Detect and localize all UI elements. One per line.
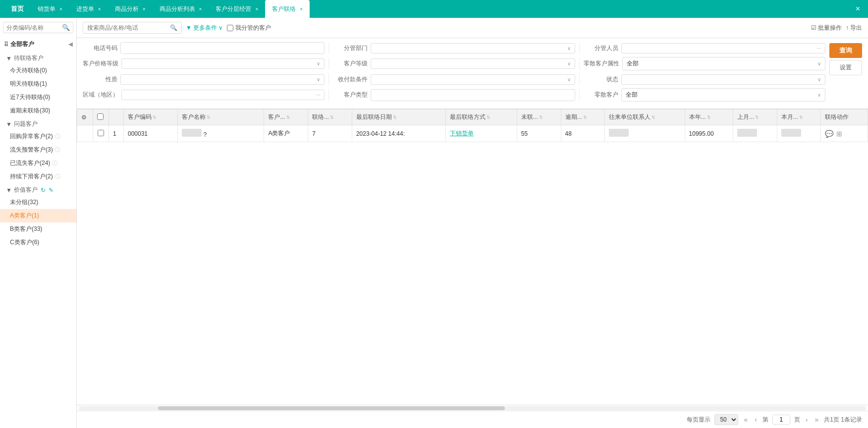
filter-region-select[interactable]: ··· <box>121 90 325 100</box>
sort-icon[interactable]: ⇅ <box>330 115 334 120</box>
sidebar-search-icon[interactable]: 🔍 <box>62 24 70 31</box>
settings-icon[interactable]: ⚙ <box>81 114 87 121</box>
sidebar-item-today-pending[interactable]: 今天待联络(0) <box>0 64 76 77</box>
filter-phone-input[interactable] <box>120 42 325 54</box>
horizontal-scrollbar[interactable] <box>77 405 868 411</box>
sort-icon[interactable]: ⇅ <box>207 115 211 120</box>
close-all-button[interactable]: × <box>852 4 864 13</box>
sort-icon[interactable]: ⇅ <box>539 115 543 120</box>
sidebar-item-overdue[interactable]: 逾期未联络(30) <box>0 104 76 117</box>
nav-home[interactable]: 首页 <box>4 0 31 18</box>
col-checkbox[interactable] <box>93 109 109 125</box>
per-page-select[interactable]: 50 <box>714 414 738 425</box>
sidebar-collapse-icon[interactable]: ◀ <box>68 41 72 48</box>
sidebar-item-tomorrow-pending[interactable]: 明天待联络(1) <box>0 77 76 91</box>
sidebar-item-churn-warning[interactable]: 流失预警客户(3) ⓘ <box>0 143 76 157</box>
scrollbar-track[interactable] <box>79 406 866 410</box>
row-last-method-cell[interactable]: 下销货单 <box>445 125 517 142</box>
sort-icon[interactable]: ⇅ <box>286 115 290 120</box>
nav-sales[interactable]: 销货单 × <box>31 0 69 18</box>
sidebar-group-problem[interactable]: ▼ 问题客户 <box>0 117 76 130</box>
col-this-month[interactable]: 本月... ⇅ <box>777 109 821 125</box>
col-overdue[interactable]: 逾期... ⇅ <box>561 109 605 125</box>
nav-goods-list-close[interactable]: × <box>199 6 202 12</box>
col-type[interactable]: 客户... ⇅ <box>264 109 308 125</box>
sort-icon[interactable]: ⇅ <box>487 115 490 120</box>
nav-sales-close[interactable]: × <box>59 6 62 12</box>
filter-person-select[interactable]: ··· <box>621 43 825 54</box>
sort-icon[interactable]: ⇅ <box>755 115 759 120</box>
sort-icon[interactable]: ⇅ <box>393 115 397 120</box>
next-page-button[interactable]: › <box>804 416 810 424</box>
sidebar-group-pending[interactable]: ▼ 待联络客户 <box>0 52 76 64</box>
sort-icon[interactable]: ⇅ <box>153 115 157 120</box>
sidebar-item-churned[interactable]: 已流失客户(24) ⓘ <box>0 157 76 170</box>
sidebar-item-a-class[interactable]: A类客户(1) <box>0 209 76 222</box>
sort-icon[interactable]: ⇅ <box>799 115 803 120</box>
filter-buttons: 查询 设置 <box>829 42 862 105</box>
nav-customer-layer[interactable]: 客户分层经营 × <box>209 0 265 18</box>
col-this-year[interactable]: 本年... ⇅ <box>685 109 733 125</box>
refresh-icon[interactable]: ↻ <box>41 187 46 194</box>
nav-customer-contact-close[interactable]: × <box>300 6 303 12</box>
sidebar-item-ungroup[interactable]: 未分组(32) <box>0 196 76 209</box>
more-filters-button[interactable]: ▼ 更多条件 ∨ <box>186 24 223 32</box>
col-code[interactable]: 客户编码 ⇅ <box>124 109 178 125</box>
settings-button[interactable]: 设置 <box>829 60 862 75</box>
filter-dept-select[interactable]: ∨ <box>371 43 575 54</box>
sort-icon[interactable]: ⇅ <box>583 115 587 120</box>
batch-op-button[interactable]: ☑ 批量操作 <box>811 24 842 32</box>
chat-icon[interactable]: 💬 <box>825 130 833 138</box>
filter-scatter-attr-select[interactable]: 全部 ∨ <box>622 57 825 70</box>
prev-page-button[interactable]: ‹ <box>753 416 759 424</box>
nav-customer-contact[interactable]: 客户联络 × <box>265 0 310 18</box>
edit-icon[interactable]: ✎ <box>49 187 54 194</box>
sidebar-item-b-class[interactable]: B类客户(33) <box>0 222 76 236</box>
nav-customer-layer-close[interactable]: × <box>255 6 258 12</box>
nav-purchase-close[interactable]: × <box>98 6 101 12</box>
filter-search-container: 🔍 <box>83 22 182 34</box>
my-customers-checkbox[interactable]: 我分管的客户 <box>227 24 271 32</box>
col-last-month[interactable]: 上月... ⇅ <box>733 109 777 125</box>
col-prev-contact[interactable]: 往来单位联系人 ⇅ <box>605 109 685 125</box>
sidebar-group-value[interactable]: ▼ 价值客户 ↻ ✎ <box>0 183 76 196</box>
sidebar-item-declining[interactable]: 持续下滑客户(2) ⓘ <box>0 170 76 183</box>
filter-customer-type-input[interactable] <box>371 89 575 101</box>
filter-price-level-select[interactable]: ∨ <box>121 58 325 69</box>
all-customers-header[interactable]: ⠿ 全部客户 ◀ <box>0 37 76 52</box>
first-page-button[interactable]: « <box>742 416 749 424</box>
last-page-button[interactable]: » <box>814 416 820 424</box>
nav-purchase[interactable]: 进货单 × <box>69 0 108 18</box>
col-contact[interactable]: 联络... ⇅ <box>308 109 352 125</box>
filter-customer-level-select[interactable]: ∨ <box>371 58 575 69</box>
grid-action-icon[interactable]: ⊞ <box>836 130 842 138</box>
col-last-date[interactable]: 最后联络日期 ⇅ <box>352 109 445 125</box>
sidebar-item-week-pending[interactable]: 近7天待联络(0) <box>0 91 76 104</box>
my-customers-check[interactable] <box>227 25 233 31</box>
filter-search-input[interactable] <box>87 24 168 31</box>
select-all-checkbox[interactable] <box>97 113 104 120</box>
nav-goods-analysis[interactable]: 商品分析 × <box>108 0 153 18</box>
sidebar-search-input[interactable] <box>6 24 62 31</box>
col-uncontacted[interactable]: 未联... ⇅ <box>517 109 561 125</box>
filter-status-select[interactable]: ∨ <box>621 74 825 85</box>
row-checkbox[interactable] <box>98 130 104 136</box>
filter-nature-select[interactable]: ∨ <box>120 74 325 85</box>
row-checkbox-cell[interactable] <box>93 125 109 142</box>
query-button[interactable]: 查询 <box>829 43 862 58</box>
nav-goods-analysis-close[interactable]: × <box>143 6 146 12</box>
sort-icon[interactable]: ⇅ <box>651 115 655 120</box>
page-number-input[interactable] <box>772 415 790 425</box>
sidebar-item-c-class[interactable]: C类客户(6) <box>0 236 76 249</box>
nav-goods-list[interactable]: 商品分析列表 × <box>153 0 209 18</box>
col-name[interactable]: 客户名称 ⇅ <box>178 109 264 125</box>
sort-icon[interactable]: ⇅ <box>707 115 711 120</box>
filter-scatter-select[interactable]: 全部 ∨ <box>621 88 825 102</box>
col-settings[interactable]: ⚙ <box>77 109 93 125</box>
filter-search-icon[interactable]: 🔍 <box>170 24 177 31</box>
scrollbar-thumb[interactable] <box>158 406 505 410</box>
export-button[interactable]: ↑ 导出 <box>846 24 862 32</box>
col-last-method[interactable]: 最后联络方式 ⇅ <box>445 109 517 125</box>
sidebar-item-repurchase-abnormal[interactable]: 回购异常客户(2) ⓘ <box>0 130 76 143</box>
filter-payment-select[interactable]: ∨ <box>371 74 575 85</box>
